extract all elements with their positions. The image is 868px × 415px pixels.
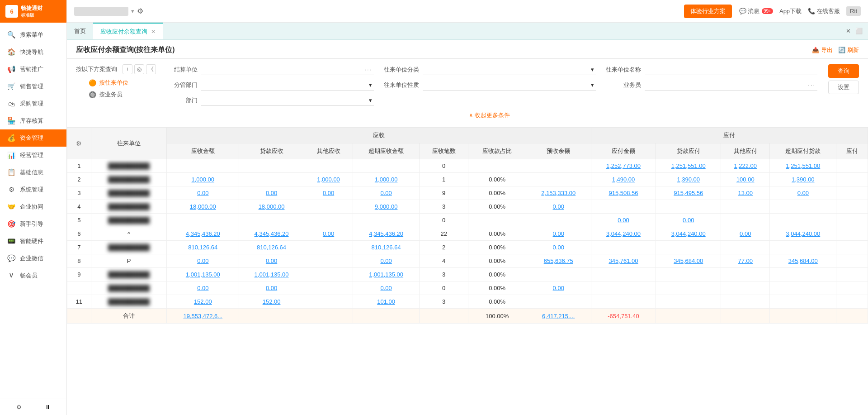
cell-overdue_ap[interactable]: 345,684.00 (770, 254, 836, 268)
cell-other_ar[interactable]: 1,000.00 (304, 173, 353, 186)
cell-loan_ap[interactable]: 1,251,551.00 (656, 159, 721, 173)
filter-input-partner-name[interactable] (645, 64, 817, 75)
cell-overdue_ap[interactable]: 3,044,240.00 (770, 227, 836, 241)
cell-overdue_ar[interactable]: 0.00 (353, 281, 420, 295)
collapse-more-conditions[interactable]: ∧ 收起更多条件 (161, 110, 817, 121)
cell-overdue_ar[interactable]: 4,345,436.20 (353, 227, 420, 241)
cell-other_ar[interactable]: 0.00 (304, 186, 353, 200)
cell-loan_ap[interactable]: 1,390.00 (656, 173, 721, 186)
cell-overdue_ar[interactable]: 9,000.00 (353, 200, 420, 214)
cell-loan_ap[interactable]: 915,495.56 (656, 186, 721, 200)
total-ar-amount[interactable]: 19,553,472,6... (167, 309, 239, 324)
online-service-link[interactable]: 📞在线客服 (808, 7, 840, 15)
dropdown-arrow-icon[interactable]: ▾ (131, 8, 134, 14)
cell-loan_ar[interactable]: 18,000.00 (239, 200, 304, 214)
window-maximize-icon[interactable]: ⬜ (855, 28, 863, 34)
cell-overdue_ar[interactable]: 1,000.00 (353, 173, 420, 186)
filter-by-salesman[interactable]: 🔘 按业务员 (85, 89, 156, 100)
cell-overdue_ap[interactable]: 1,251,551.00 (770, 159, 836, 173)
cell-ar_amount[interactable]: 0.00 (167, 254, 239, 268)
tab-home[interactable]: 首页 (67, 23, 93, 39)
cell-loan_ar[interactable]: 0.00 (239, 254, 304, 268)
cell-overdue_ar[interactable]: 0.00 (353, 186, 420, 200)
filter-select-partner-category[interactable]: ▾ (423, 64, 595, 75)
filter-edit-btn[interactable]: ◎ (134, 64, 144, 74)
cell-ar_amount[interactable]: 4,345,436.20 (167, 227, 239, 241)
cell-prepay[interactable]: 655,636.75 (526, 254, 591, 268)
filter-select-salesman[interactable]: ··· (645, 80, 817, 91)
cell-ar_amount[interactable]: 152.00 (167, 295, 239, 309)
filter-select-managing-dept[interactable]: ▾ (201, 80, 374, 91)
cell-loan_ar[interactable]: 0.00 (239, 281, 304, 295)
app-download-link[interactable]: App下载 (779, 7, 802, 15)
cell-ap_amount[interactable]: 3,044,240.00 (591, 227, 656, 241)
cell-loan_ar[interactable]: 4,345,436.20 (239, 227, 304, 241)
setting-button[interactable]: 设置 (828, 81, 859, 94)
filter-dots-salesman[interactable]: ··· (808, 81, 816, 88)
filter-select-dept[interactable]: ▾ (201, 95, 374, 106)
filter-by-partner[interactable]: 🟠 按往来单位 (85, 77, 156, 89)
sidebar-collapse-btn[interactable]: ⏸ (45, 404, 51, 410)
cell-loan_ap[interactable]: 3,044,240.00 (656, 227, 721, 241)
sidebar-settings-btn[interactable]: ⚙ (16, 404, 22, 410)
cell-ap_amount[interactable]: 0.00 (591, 214, 656, 227)
sidebar-item-sales[interactable]: 🛒 销售管理 (0, 78, 66, 95)
window-close-icon[interactable]: ✕ (846, 28, 851, 34)
cell-overdue_ar[interactable]: 1,001,135.00 (353, 268, 420, 281)
cell-ar_amount[interactable]: 0.00 (167, 281, 239, 295)
cell-overdue_ar[interactable]: 810,126.64 (353, 241, 420, 254)
sidebar-item-search[interactable]: 🔍 搜索菜单 (0, 26, 66, 43)
cell-overdue_ap[interactable]: 0.00 (770, 186, 836, 200)
sidebar-item-purchase[interactable]: 🛍 采购管理 (0, 95, 66, 112)
sidebar-item-collab[interactable]: 🤝 企业协同 (0, 198, 66, 215)
sidebar-item-wechat[interactable]: 💬 企业微信 (0, 250, 66, 267)
cell-overdue_ar[interactable]: 101.00 (353, 295, 420, 309)
filter-select-partner-nature[interactable]: ▾ (423, 80, 595, 91)
cell-prepay[interactable]: 0.00 (526, 241, 591, 254)
cell-other_ap[interactable]: 77.00 (721, 254, 770, 268)
cell-loan_ar[interactable]: 0.00 (239, 186, 304, 200)
total-prepay[interactable]: 6,417,215.... (526, 309, 591, 324)
filter-dots-settlement[interactable]: ··· (364, 66, 372, 73)
cell-other_ap[interactable]: 100.00 (721, 173, 770, 186)
cell-loan_ap[interactable]: 345,684.00 (656, 254, 721, 268)
sidebar-item-member[interactable]: V 畅会员 (0, 267, 66, 284)
cell-ar_amount[interactable]: 810,126.64 (167, 241, 239, 254)
sidebar-item-guide[interactable]: 🎯 新手引导 (0, 215, 66, 233)
cell-ar_amount[interactable]: 0.00 (167, 186, 239, 200)
cell-ap_amount[interactable]: 1,490.00 (591, 173, 656, 186)
filter-collapse-btn[interactable]: 《 (146, 64, 156, 74)
filter-add-btn[interactable]: + (123, 64, 132, 74)
sidebar-item-inventory[interactable]: 🏪 库存核算 (0, 112, 66, 129)
cell-loan_ar[interactable]: 1,001,135.00 (239, 268, 304, 281)
sidebar-item-marketing[interactable]: 📢 营销推广 (0, 61, 66, 78)
cell-prepay[interactable]: 0.00 (526, 200, 591, 214)
cell-overdue_ar[interactable]: 0.00 (353, 254, 420, 268)
cell-prepay[interactable]: 0.00 (526, 281, 591, 295)
cell-ap_amount[interactable]: 345,761.00 (591, 254, 656, 268)
cell-prepay[interactable]: 2,153,333.00 (526, 186, 591, 200)
cell-loan_ar[interactable]: 152.00 (239, 295, 304, 309)
sidebar-item-system[interactable]: ⚙ 系统管理 (0, 181, 66, 198)
tab-ar-balance[interactable]: 应收应付余额查询 ✕ (93, 23, 163, 39)
th-settings-icon[interactable]: ⚙ (67, 128, 91, 159)
filter-select-settlement[interactable]: ··· (201, 64, 374, 75)
cell-ar_amount[interactable]: 1,000.00 (167, 173, 239, 186)
table-wrapper[interactable]: ⚙ 往来单位 应收 应付 应收金额 贷款应收 其他应收 超期应收金额 应收笔数 … (67, 127, 868, 415)
sidebar-item-basic[interactable]: 📋 基础信息 (0, 164, 66, 181)
cell-ap_amount[interactable]: 915,508.56 (591, 186, 656, 200)
cell-ap_amount[interactable]: 1,252,773.00 (591, 159, 656, 173)
gear-icon[interactable]: ⚙ (137, 7, 143, 15)
query-button[interactable]: 查询 (828, 64, 859, 78)
user-avatar[interactable]: Rit (846, 6, 861, 16)
cell-prepay[interactable]: 0.00 (526, 227, 591, 241)
notification-icon[interactable]: 💬 消息 99+ (739, 7, 773, 15)
cell-ar_amount[interactable]: 18,000.00 (167, 200, 239, 214)
cell-loan_ap[interactable]: 0.00 (656, 214, 721, 227)
cell-loan_ar[interactable]: 810,126.64 (239, 241, 304, 254)
sidebar-item-quicknav[interactable]: 🏠 快捷导航 (0, 43, 66, 61)
cell-ar_amount[interactable]: 1,001,135.00 (167, 268, 239, 281)
cell-other_ap[interactable]: 13.00 (721, 186, 770, 200)
sidebar-item-operations[interactable]: 📊 经营管理 (0, 147, 66, 164)
sidebar-item-finance[interactable]: 💰 资金管理 (0, 129, 66, 147)
